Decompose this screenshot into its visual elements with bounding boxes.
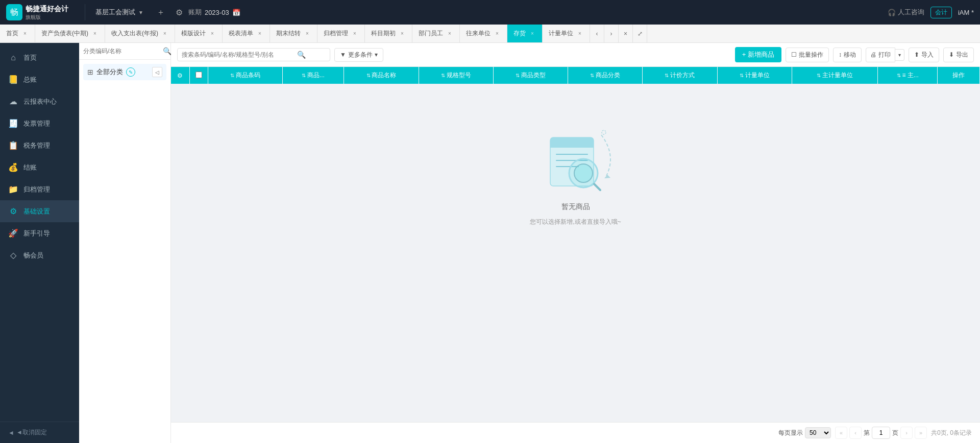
move-button[interactable]: ↕ 移动 — [833, 48, 862, 62]
th-spec[interactable]: 规格型号 — [419, 67, 493, 84]
tab-unit-close[interactable]: × — [576, 30, 583, 37]
page-number-input[interactable] — [872, 427, 890, 439]
settings-icon[interactable]: ⚙ — [172, 5, 186, 19]
tab-unit[interactable]: 计量单位 × — [543, 25, 590, 42]
sidebar-item-member[interactable]: ◇ 畅会员 — [0, 244, 79, 266]
prev-page-button[interactable]: ‹ — [849, 427, 862, 439]
tab-department[interactable]: 部门员工 × — [412, 25, 460, 42]
export-icon: ⬇ — [949, 51, 954, 58]
user-label: iAM * — [958, 9, 974, 16]
th-col3[interactable]: ≡ 主... — [877, 67, 938, 84]
tab-balance-sheet-close[interactable]: × — [91, 30, 99, 37]
th-checkbox[interactable] — [189, 67, 208, 84]
first-page-button[interactable]: « — [835, 427, 847, 439]
tab-close-all[interactable]: × — [619, 25, 633, 42]
total-info: 共0页, 0条记录 — [931, 429, 972, 437]
th-category[interactable]: 商品分类 — [568, 67, 643, 84]
tab-tax-close[interactable]: × — [256, 30, 263, 37]
print-dropdown-button[interactable]: ▾ — [895, 49, 904, 61]
logo-text: 畅捷通好会计 旗舰版 — [26, 4, 68, 20]
sidebar-item-home[interactable]: ⌂ 首页 — [0, 47, 79, 68]
calendar-icon[interactable]: 📅 — [232, 9, 240, 16]
tab-income-close[interactable]: × — [161, 30, 168, 37]
main-search-button[interactable]: 🔍 — [297, 51, 306, 59]
tab-template[interactable]: 模版设计 × — [175, 25, 223, 42]
th-unit[interactable]: 计量单位 — [717, 67, 792, 84]
account-badge[interactable]: 会计 — [930, 7, 952, 18]
sidebar-item-reports[interactable]: ☁ 云报表中心 — [0, 90, 79, 112]
main-search-input[interactable] — [182, 51, 294, 58]
svg-marker-1 — [604, 175, 610, 178]
tab-archive-close[interactable]: × — [351, 30, 358, 37]
tab-subject-init-close[interactable]: × — [399, 30, 406, 37]
sidebar-unpin-button[interactable]: ◄ ◄取消固定 — [0, 422, 79, 443]
customer-service-button[interactable]: 🎧 人工咨询 — [888, 8, 924, 17]
tab-home[interactable]: 首页 × — [0, 25, 35, 42]
tab-income-label: 收入支出表(年报) — [111, 29, 158, 38]
home-icon: ⌂ — [8, 53, 18, 62]
user-info[interactable]: iAM * — [958, 9, 974, 16]
export-button[interactable]: ⬇ 导出 — [943, 48, 974, 62]
category-edit-badge[interactable]: ✎ — [126, 67, 135, 77]
sidebar-item-tax[interactable]: 📋 税务管理 — [0, 134, 79, 156]
sidebar-item-basic[interactable]: ⚙ 基础设置 — [0, 200, 79, 222]
add-tab-button[interactable]: ＋ — [154, 5, 168, 19]
tab-maximize[interactable]: ⤢ — [633, 25, 647, 42]
select-all-checkbox[interactable] — [195, 72, 202, 78]
sidebar-item-ledger[interactable]: 📒 总账 — [0, 68, 79, 90]
tab-home-close[interactable]: × — [21, 30, 29, 37]
sidebar-item-guide[interactable]: 🚀 新手引导 — [0, 222, 79, 244]
th-type[interactable]: 商品类型 — [493, 67, 568, 84]
sidebar-label-basic: 基础设置 — [23, 207, 50, 216]
category-search-button[interactable]: 🔍 — [163, 47, 172, 55]
more-filter-label: 更多条件 — [348, 51, 373, 59]
tab-period-carry-close[interactable]: × — [304, 30, 311, 37]
tab-subject-init[interactable]: 科目期初 × — [365, 25, 412, 42]
tab-template-close[interactable]: × — [209, 30, 216, 37]
per-page-dropdown[interactable]: 50 100 200 — [805, 427, 831, 438]
category-all-item[interactable]: ⊞ 全部分类 ✎ ◁ — [83, 64, 166, 80]
category-search-input[interactable] — [83, 48, 160, 55]
empty-illustration — [535, 125, 617, 196]
import-label: 导入 — [921, 51, 934, 59]
th-settings[interactable]: ⚙ — [171, 67, 189, 84]
sidebar-item-settlement[interactable]: 💰 结账 — [0, 156, 79, 178]
tab-income[interactable]: 收入支出表(年报) × — [105, 25, 175, 42]
th-main-unit[interactable]: 主计量单位 — [792, 67, 877, 84]
tab-department-close[interactable]: × — [446, 30, 453, 37]
th-name[interactable]: 商品名称 — [344, 67, 419, 84]
more-filter-button[interactable]: ▼ 更多条件 ▾ — [334, 48, 383, 62]
cloud-icon: ☁ — [8, 97, 18, 106]
tab-period-carry[interactable]: 期末结转 × — [270, 25, 317, 42]
batch-operation-button[interactable]: ☐ 批量操作 — [786, 48, 829, 62]
th-price-mode[interactable]: 计价方式 — [643, 67, 717, 84]
import-button[interactable]: ⬆ 导入 — [909, 48, 939, 62]
next-page-button[interactable]: › — [900, 427, 913, 439]
tab-balance-sheet[interactable]: 资产负债表(中期) × — [35, 25, 105, 42]
tab-scroll-left[interactable]: ‹ — [590, 25, 604, 42]
invoice-icon: 🧾 — [8, 119, 18, 128]
sidebar: ⌂ 首页 📒 总账 ☁ 云报表中心 🧾 发票管理 📋 税务管理 💰 结账 — [0, 43, 79, 443]
tab-inventory-close[interactable]: × — [529, 30, 536, 37]
tab-tax-label: 税表清单 — [229, 29, 253, 38]
app-name-sub: 旗舰版 — [26, 14, 68, 20]
collapse-panel-button[interactable]: ◁ — [152, 67, 162, 77]
tab-scroll-right[interactable]: › — [604, 25, 619, 42]
tab-contacts[interactable]: 往来单位 × — [460, 25, 507, 42]
logo-char: 畅 — [10, 7, 18, 18]
main-panel: 🔍 ▼ 更多条件 ▾ + 新增商品 ☐ 批量操作 ↕ 移动 — [171, 43, 980, 443]
th-barcode[interactable]: 商品条码 — [208, 67, 282, 84]
th-code[interactable]: 商品... — [282, 67, 344, 84]
unpin-label: ◄取消固定 — [16, 428, 47, 437]
tab-period-carry-label: 期末结转 — [276, 29, 301, 38]
sidebar-item-invoice[interactable]: 🧾 发票管理 — [0, 112, 79, 134]
tab-tax[interactable]: 税表清单 × — [223, 25, 270, 42]
company-selector[interactable]: 基层工会测试 ▼ — [91, 6, 148, 19]
add-product-button[interactable]: + 新增商品 — [735, 47, 781, 62]
tab-inventory[interactable]: 存货 × — [507, 25, 543, 42]
tab-contacts-close[interactable]: × — [494, 30, 501, 37]
print-button[interactable]: 🖨 打印 — [866, 48, 895, 62]
tab-archive[interactable]: 归档管理 × — [317, 25, 365, 42]
last-page-button[interactable]: » — [915, 427, 927, 439]
sidebar-item-archive[interactable]: 📁 归档管理 — [0, 178, 79, 200]
